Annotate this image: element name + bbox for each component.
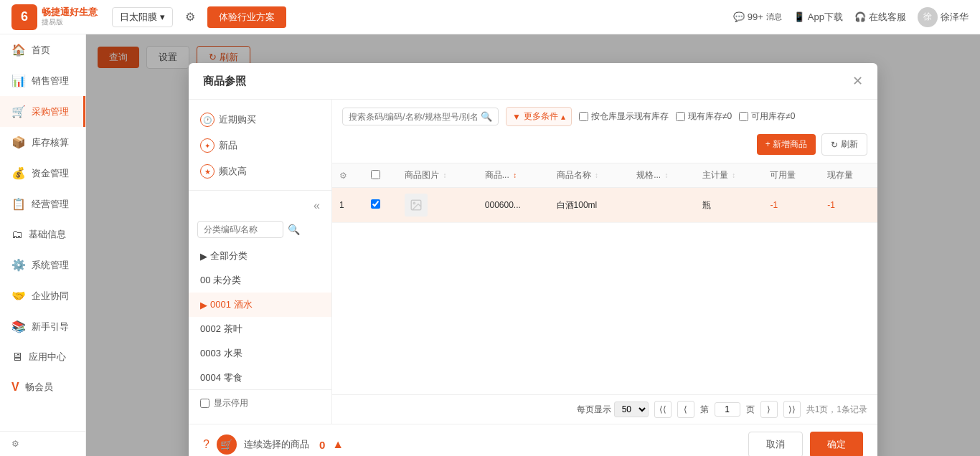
page-content: 查询 设置 ↻ 刷新 商品参照 ✕ 🕐 [86,34,980,456]
cart-label: 连续选择的商品 [244,438,309,451]
finance-icon: 💰 [11,166,26,180]
col-spec[interactable]: 规格... ↕ [629,163,695,188]
product-search-icon[interactable]: 🔍 [481,111,492,122]
basic-icon: 🗂 [11,228,23,241]
col-gear[interactable]: ⚙ [332,163,364,188]
nav-recent-purchase[interactable]: 🕐 近期购买 [189,107,331,133]
cat-item-0002[interactable]: 0002 茶叶 [189,317,331,341]
operation-icon: 📋 [11,197,26,211]
new-icon: ✦ [200,138,215,153]
cat-arrow-all: ▶ [200,251,207,262]
check-by-warehouse[interactable]: 按仓库显示现有库存 [579,110,669,123]
row-available: -1 [763,188,820,223]
sidebar-item-home[interactable]: 🏠 首页 [0,34,85,65]
online-service-btn[interactable]: 🎧 在线客服 [854,11,906,24]
product-reference-modal: 商品参照 ✕ 🕐 近期购买 ✦ 新品 [189,63,877,456]
app-download-btn[interactable]: 📱 App下载 [793,11,843,24]
filter-icon: ▼ [512,112,521,122]
page-size-select[interactable]: 50 [614,402,649,417]
freq-icon: ★ [200,164,215,179]
logo-sub: 捷易版 [42,17,98,27]
sidebar-item-sales[interactable]: 📊 销售管理 [0,65,85,96]
footer-collapse-icon[interactable]: ▲ [332,438,344,451]
cancel-btn[interactable]: 取消 [748,432,803,456]
by-warehouse-checkbox[interactable] [579,112,588,121]
help-icon[interactable]: ? [203,438,209,451]
modal-overlay: 商品参照 ✕ 🕐 近期购买 ✦ 新品 [86,34,980,456]
guide-icon: 📚 [11,320,26,333]
modal-header: 商品参照 ✕ [189,63,877,100]
notifications-btn[interactable]: 💬 99+ 消息 [733,11,782,22]
row-unit: 瓶 [695,188,763,223]
col-code[interactable]: 商品... ↕ [478,163,550,188]
cat-item-00[interactable]: 00 未分类 [189,268,331,293]
logo-icon: 6 [11,4,37,30]
sidebar-item-finance[interactable]: 💰 资金管理 [0,158,85,189]
cart-icon[interactable]: 🛒 [217,434,237,455]
row-checkbox[interactable] [371,199,380,209]
page-size-wrap: 每页显示 50 [577,402,649,417]
show-disabled-checkbox[interactable] [200,399,209,408]
next-page-btn[interactable]: ⟩ [760,401,778,418]
cat-item-0001[interactable]: ▶ 0001 酒水 [189,293,331,317]
gear-icon[interactable]: ⚙ [179,6,202,29]
sidebar-item-inventory[interactable]: 📦 库存核算 [0,127,85,158]
settings-icon: ⚙ [11,439,19,449]
row-image [397,188,478,223]
sort-image-icon: ↕ [443,171,447,179]
select-all-checkbox[interactable] [371,170,380,179]
modal-title: 商品参照 [203,75,246,88]
product-table: ⚙ 商品图片 ↕ 商品... ↕ [332,163,877,223]
last-page-btn[interactable]: ⟩⟩ [783,401,801,418]
nav-frequent[interactable]: ★ 频次高 [189,158,331,184]
cat-item-all[interactable]: ▶ 全部分类 [189,244,331,268]
refresh-btn[interactable]: ↻ 刷新 [821,133,867,156]
sidebar-footer: 显示停用 [189,389,331,417]
sidebar-item-basic[interactable]: 🗂 基础信息 [0,219,85,250]
prev-page-btn[interactable]: ⟨ [677,401,694,418]
filter-chevron-icon: ▴ [561,112,565,122]
purchase-icon: 🛒 [11,105,26,118]
first-page-btn[interactable]: ⟨⟨ [654,401,672,418]
sidebar-settings-btn[interactable]: ⚙ [0,432,85,456]
sidebar-item-guide[interactable]: 📚 新手引导 [0,311,85,342]
nav-divider [189,190,331,191]
confirm-btn[interactable]: 确定 [810,432,863,456]
svg-point-1 [413,202,415,204]
category-search-icon[interactable]: 🔍 [288,224,300,235]
sidebar-item-purchase[interactable]: 🛒 采购管理 [0,96,85,127]
available-ne0-checkbox[interactable] [676,112,685,121]
more-filter-btn[interactable]: ▼ 更多条件 ▴ [506,107,572,126]
col-checkbox[interactable] [364,163,397,188]
sidebar-item-system[interactable]: ⚙️ 系统管理 [0,250,85,280]
cat-item-0004[interactable]: 0004 零食 [189,366,331,389]
cat-arrow-0001: ▶ [200,300,207,310]
add-product-btn[interactable]: + 新增商品 [757,134,816,155]
chevron-down-icon: ▾ [160,11,165,22]
modal-sidebar: 🕐 近期购买 ✦ 新品 ★ 频次高 [189,100,332,424]
sidebar-item-operation[interactable]: 📋 经营管理 [0,189,85,219]
col-name[interactable]: 商品名称 ↕ [550,163,630,188]
enterprise-icon: 🤝 [11,289,26,303]
product-search-input[interactable] [349,112,478,122]
sidebar-collapse-btn[interactable]: « [308,196,326,215]
check-available-ne0[interactable]: 现有库存≠0 [676,110,732,123]
check-usable-ne0[interactable]: 可用库存≠0 [739,110,795,123]
sidebar-item-member[interactable]: V 畅会员 [0,372,85,402]
nav-select[interactable]: 日太阳膜 ▾ [112,7,173,27]
sidebar-item-enterprise[interactable]: 🤝 企业协同 [0,280,85,311]
sidebar-item-apps[interactable]: 🖥 应用中心 [0,342,85,372]
row-select[interactable] [364,188,397,223]
modal-close-btn[interactable]: ✕ [852,73,863,89]
category-search-input[interactable] [197,221,283,238]
usable-ne0-checkbox[interactable] [739,112,748,121]
experience-btn[interactable]: 体验行业方案 [207,6,286,28]
col-unit[interactable]: 主计量 ↕ [695,163,763,188]
user-avatar[interactable]: 徐 徐泽华 [918,7,969,27]
modal-main: 🔍 ▼ 更多条件 ▴ 按仓库显示现有库存 [332,100,877,424]
cat-item-0003[interactable]: 0003 水果 [189,341,331,366]
table-row[interactable]: 1 [332,188,877,223]
nav-new-products[interactable]: ✦ 新品 [189,133,331,158]
page-number-input[interactable] [715,402,740,417]
sort-code-icon: ↕ [513,171,517,179]
